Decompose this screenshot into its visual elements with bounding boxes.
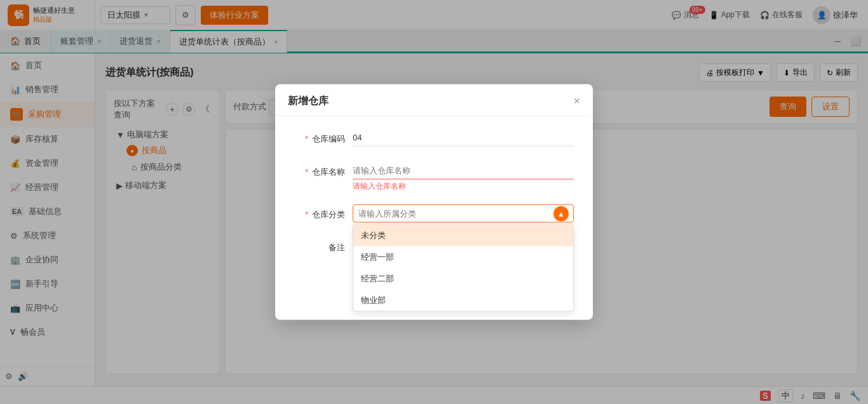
dropdown-arrow-button[interactable]: ▲ <box>553 206 569 221</box>
required-star-cat: * <box>305 210 308 219</box>
category-option-dept1[interactable]: 经营一部 <box>353 246 573 268</box>
modal-header: 新增仓库 × <box>275 84 593 116</box>
name-error-message: 请输入仓库名称 <box>353 181 574 192</box>
modal-close-button[interactable]: × <box>573 95 580 108</box>
required-star-name: * <box>305 167 308 177</box>
warehouse-name-row: * 仓库名称 请输入仓库名称 <box>294 162 574 192</box>
category-label: 仓库分类 <box>312 210 345 219</box>
category-input[interactable] <box>353 205 574 223</box>
warehouse-name-input[interactable] <box>353 162 574 180</box>
note-label: 备注 <box>329 243 345 252</box>
warehouse-code-input[interactable] <box>353 129 574 147</box>
category-dropdown-list: 未分类 经营一部 经营二部 物业部 <box>353 224 574 312</box>
name-label: 仓库名称 <box>312 167 345 177</box>
category-option-unclassified[interactable]: 未分类 <box>353 225 573 246</box>
modal-body: * 仓库编码 * 仓库名称 请输入仓库名称 * 仓库分类 <box>275 116 593 283</box>
required-star-code: * <box>305 134 308 144</box>
warehouse-code-row: * 仓库编码 <box>294 129 574 149</box>
category-option-property[interactable]: 物业部 <box>353 290 573 311</box>
modal-title: 新增仓库 <box>288 95 329 108</box>
category-option-dept2[interactable]: 经营二部 <box>353 268 573 290</box>
code-label: 仓库编码 <box>312 134 345 144</box>
warehouse-category-row: * 仓库分类 ▲ 未分类 经营一部 经营二部 物业部 <box>294 205 574 225</box>
new-warehouse-modal: 新增仓库 × * 仓库编码 * 仓库名称 请输入仓库名称 <box>275 84 593 320</box>
